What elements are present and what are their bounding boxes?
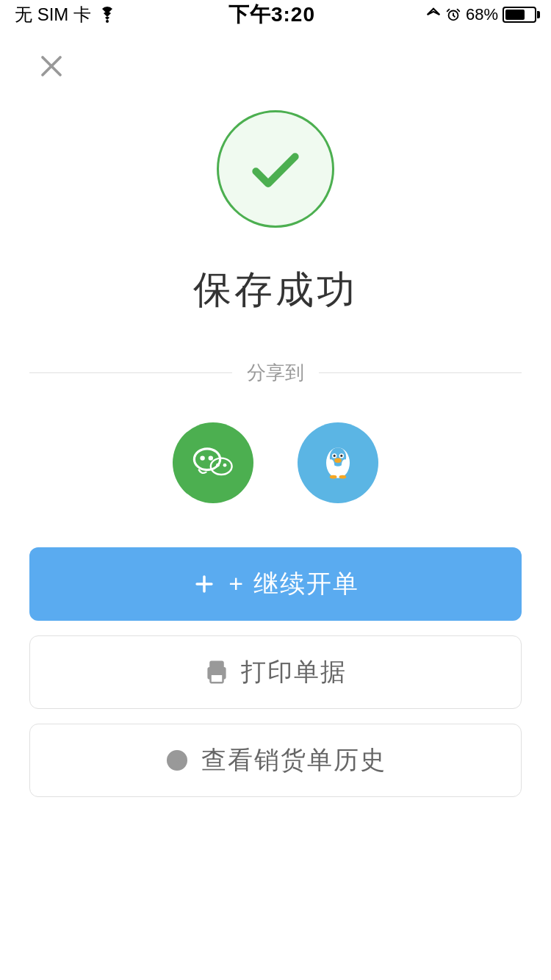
- plus-icon: [192, 572, 217, 597]
- status-right: 68%: [426, 5, 536, 24]
- history-label: 查看销货单历史: [201, 743, 386, 777]
- wechat-icon: [190, 439, 237, 486]
- svg-point-31: [221, 671, 223, 674]
- success-section: 保存成功: [29, 110, 522, 316]
- svg-line-5: [457, 10, 459, 12]
- svg-point-10: [200, 455, 204, 460]
- qq-icon: [314, 439, 361, 486]
- share-label: 分享到: [247, 360, 304, 386]
- no-sim-text: 无 SIM 卡: [15, 3, 91, 26]
- svg-point-11: [209, 455, 213, 460]
- svg-point-19: [340, 455, 342, 457]
- battery-percentage: 68%: [466, 5, 498, 24]
- continue-button[interactable]: + 继续开单: [29, 547, 522, 621]
- status-time: 下午3:20: [228, 1, 315, 29]
- print-label: 打印单据: [241, 655, 347, 689]
- svg-point-24: [330, 475, 337, 479]
- success-circle: [217, 110, 334, 228]
- close-icon: [38, 53, 65, 79]
- svg-line-4: [447, 10, 450, 12]
- close-button[interactable]: [29, 44, 73, 88]
- wechat-share-button[interactable]: [173, 422, 253, 503]
- share-section: 分享到: [29, 360, 522, 503]
- alarm-icon: [445, 7, 461, 23]
- status-left: 无 SIM 卡: [15, 3, 118, 26]
- svg-point-12: [216, 464, 220, 467]
- svg-rect-30: [211, 674, 223, 682]
- qq-share-button[interactable]: [298, 422, 378, 503]
- history-icon: [165, 748, 190, 773]
- continue-label: + 继续开单: [228, 567, 359, 601]
- svg-point-13: [223, 464, 227, 467]
- svg-point-20: [334, 458, 342, 463]
- print-button[interactable]: 打印单据: [29, 635, 522, 709]
- action-buttons: + 继续开单 打印单据 查看销货单历史: [29, 547, 522, 797]
- share-icons: [29, 422, 522, 503]
- main-content: 保存成功 分享到: [0, 29, 551, 826]
- print-icon: [204, 660, 229, 685]
- status-bar: 无 SIM 卡 下午3:20 68%: [0, 0, 551, 29]
- success-title: 保存成功: [193, 264, 358, 316]
- history-button[interactable]: 查看销货单历史: [29, 724, 522, 797]
- battery-icon: [503, 7, 536, 23]
- checkmark-icon: [246, 140, 305, 198]
- svg-line-3: [453, 15, 455, 17]
- svg-point-9: [211, 458, 232, 475]
- share-divider: 分享到: [29, 360, 522, 386]
- location-icon: [426, 7, 441, 22]
- svg-point-18: [334, 455, 336, 457]
- battery-fill: [505, 10, 525, 20]
- svg-point-0: [106, 20, 109, 23]
- wifi-icon: [97, 7, 118, 23]
- svg-point-25: [339, 475, 347, 479]
